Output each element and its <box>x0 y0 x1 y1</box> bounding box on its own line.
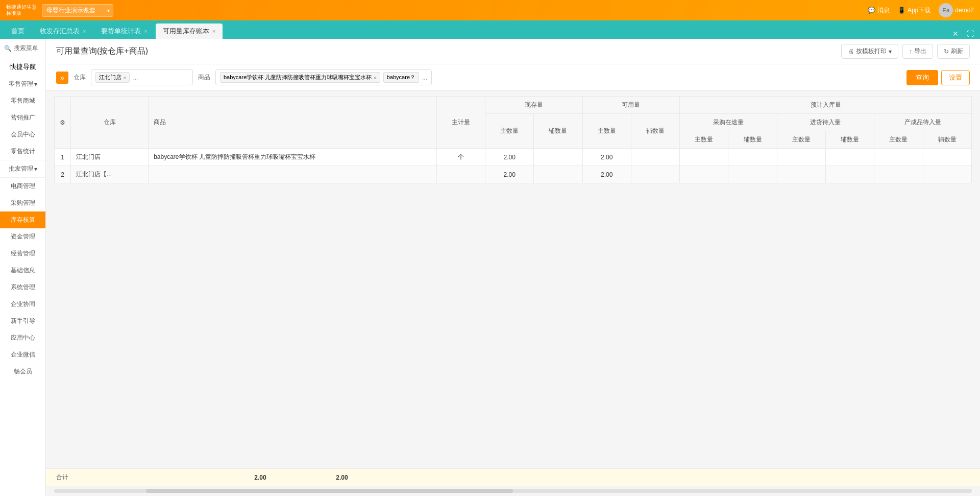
app-download-btn[interactable]: 📱 App下载 <box>898 6 930 15</box>
cell-available-aux <box>631 149 679 166</box>
nav-tabs: 首页 收发存汇总表 × 要货单统计表 × 可用量库存账本 × ✕ ⛶ <box>0 20 980 39</box>
filter-expand-btn[interactable]: » <box>56 72 68 84</box>
product-label: 商品 <box>198 73 210 82</box>
sidebar-item-retail-stats[interactable]: 零售统计 <box>0 143 45 160</box>
sidebar-item-retail-store[interactable]: 零售商城 <box>0 92 45 109</box>
tab-home-label: 首页 <box>11 27 24 36</box>
warehouse-label: 仓库 <box>74 73 86 82</box>
cell-purchase-aux <box>728 149 777 166</box>
chevron-down-icon2 <box>34 166 37 173</box>
tab-receivable-close[interactable]: × <box>83 28 86 34</box>
tab-order-stats-label: 要货单统计表 <box>101 27 141 36</box>
print-label: 按模板打印 <box>856 47 887 56</box>
print-chevron-icon: ▾ <box>889 48 892 55</box>
product-tag-remove[interactable]: × <box>373 75 376 81</box>
print-btn[interactable]: 🖨 按模板打印 ▾ <box>841 44 898 59</box>
footer-values: 2.00 2.00 <box>107 474 970 481</box>
warehouse-filter-input[interactable]: 江北门店 × ... <box>91 69 193 85</box>
th-incoming-main: 主数量 <box>777 131 825 149</box>
username-label: demo2 <box>955 7 974 14</box>
th-incoming: 进货待入量 <box>777 114 874 131</box>
cell-current-aux <box>534 166 582 183</box>
sidebar-item-operations[interactable]: 经营管理 <box>0 245 45 262</box>
cell-incoming-main <box>777 149 825 166</box>
refresh-btn[interactable]: ↻ 刷新 <box>937 44 970 59</box>
scrollbar-area[interactable] <box>46 486 980 496</box>
cell-available-main: 2.00 <box>582 149 631 166</box>
footer-current-aux <box>281 474 322 481</box>
footer-available-aux <box>362 474 403 481</box>
tab-close-all-btn[interactable]: ✕ <box>950 29 961 39</box>
sidebar-item-appstore[interactable]: 应用中心 <box>0 329 45 346</box>
th-production-main: 主数量 <box>874 131 923 149</box>
filter-bar: » 仓库 江北门店 × ... 商品 babycare学饮杯 儿童防摔防撞吸管杯… <box>46 64 980 91</box>
org-selector[interactable]: 母婴行业演示账套 ▾ <box>42 4 113 17</box>
sidebar-wholesale-header[interactable]: 批发管理 <box>0 160 45 177</box>
sidebar-retail-header[interactable]: 零售管理 <box>0 76 45 92</box>
cell-product: babycare学饮杯 儿童防摔防撞吸管杯重力球吸嘴杯宝宝水杯 <box>149 149 437 166</box>
warehouse-more-btn[interactable]: ... <box>133 74 138 81</box>
sidebar-search[interactable]: 🔍 搜索菜单 <box>0 39 45 58</box>
cell-incoming-aux <box>825 149 874 166</box>
nav-tabs-right: ✕ ⛶ <box>950 29 976 39</box>
sidebar: 🔍 搜索菜单 快捷导航 零售管理 零售商城 营销推广 会员中心 零售统计 批发管… <box>0 39 46 496</box>
th-available-aux-qty: 辅数量 <box>631 114 679 149</box>
sidebar-item-guide[interactable]: 新手引导 <box>0 313 45 329</box>
th-warehouse: 仓库 <box>71 97 149 149</box>
user-avatar-btn[interactable]: Ea demo2 <box>939 3 974 17</box>
logo-line2: 标准版 <box>6 10 37 16</box>
th-unit: 主计量 <box>436 97 485 149</box>
tab-order-stats[interactable]: 要货单统计表 × <box>94 23 154 39</box>
tab-inventory-book-label: 可用量库存账本 <box>163 27 209 36</box>
page-header: 可用量查询(按仓库+商品) 🖨 按模板打印 ▾ ↑ 导出 ↻ 刷新 <box>46 39 980 64</box>
warehouse-tag-jiangbei: 江北门店 × <box>95 72 130 83</box>
sidebar-item-inventory[interactable]: 库存核算 <box>0 211 45 228</box>
cell-unit: 个 <box>436 149 485 166</box>
product-tag-babycare2: babycare？ <box>383 72 419 83</box>
sidebar-search-label: 搜索菜单 <box>14 44 38 53</box>
tab-home[interactable]: 首页 <box>4 23 32 39</box>
th-available: 可用量 <box>582 97 680 114</box>
product-filter-input[interactable]: babycare学饮杯 儿童防摔防撞吸管杯重力球吸嘴杯宝宝水杯 × babyca… <box>215 69 432 85</box>
setting-btn[interactable]: 设置 <box>941 70 970 85</box>
product-more-btn[interactable]: ... <box>422 74 427 81</box>
sidebar-item-quicknav[interactable]: 快捷导航 <box>0 58 45 76</box>
th-current-stock: 现存量 <box>485 97 583 114</box>
message-icon: 💬 <box>868 7 875 14</box>
cell-index: 2 <box>55 166 71 183</box>
th-production-aux: 辅数量 <box>923 131 971 149</box>
query-btn[interactable]: 查询 <box>906 70 938 85</box>
message-btn[interactable]: 💬 消息 <box>868 6 890 15</box>
sidebar-item-purchase[interactable]: 采购管理 <box>0 195 45 211</box>
table-row: 1 江北门店 babycare学饮杯 儿童防摔防撞吸管杯重力球吸嘴杯宝宝水杯 个… <box>55 149 972 166</box>
sidebar-item-collab[interactable]: 企业协同 <box>0 296 45 313</box>
th-expected: 预计入库量 <box>680 97 972 114</box>
sidebar-item-system[interactable]: 系统管理 <box>0 279 45 296</box>
footer-bar: 合计 2.00 2.00 <box>46 468 980 486</box>
tab-inventory-book-close[interactable]: × <box>212 28 215 34</box>
tab-receivable[interactable]: 收发存汇总表 × <box>33 23 93 39</box>
top-bar-right: 💬 消息 📱 App下载 Ea demo2 <box>868 3 974 17</box>
cell-purchase-aux <box>728 166 777 183</box>
sidebar-item-finance[interactable]: 资金管理 <box>0 228 45 245</box>
th-settings[interactable]: ⚙ <box>55 97 71 149</box>
export-btn[interactable]: ↑ 导出 <box>902 44 933 59</box>
sidebar-item-member[interactable]: 畅会员 <box>0 363 45 380</box>
top-bar: 畅捷通好生意 标准版 母婴行业演示账套 ▾ 💬 消息 📱 App下载 Ea de… <box>0 0 980 20</box>
scrollbar-track[interactable] <box>54 489 972 493</box>
sidebar-item-ecommerce[interactable]: 电商管理 <box>0 178 45 195</box>
product-tag2-label: babycare？ <box>387 74 415 81</box>
sidebar-item-wechat[interactable]: 企业微信 <box>0 346 45 363</box>
sidebar-item-basic[interactable]: 基础信息 <box>0 262 45 279</box>
cell-current-main: 2.00 <box>485 166 534 183</box>
tab-order-stats-close[interactable]: × <box>144 28 147 34</box>
th-current-aux-qty: 辅数量 <box>534 114 582 149</box>
main-layout: 🔍 搜索菜单 快捷导航 零售管理 零售商城 营销推广 会员中心 零售统计 批发管… <box>0 39 980 496</box>
tab-inventory-book[interactable]: 可用量库存账本 × <box>156 23 223 39</box>
top-bar-left: 畅捷通好生意 标准版 母婴行业演示账套 ▾ <box>6 4 113 17</box>
tab-expand-btn[interactable]: ⛶ <box>965 29 976 39</box>
sidebar-item-marketing[interactable]: 营销推广 <box>0 109 45 126</box>
scrollbar-thumb[interactable] <box>146 489 513 493</box>
warehouse-tag-remove[interactable]: × <box>123 75 126 81</box>
sidebar-item-member-center[interactable]: 会员中心 <box>0 126 45 143</box>
